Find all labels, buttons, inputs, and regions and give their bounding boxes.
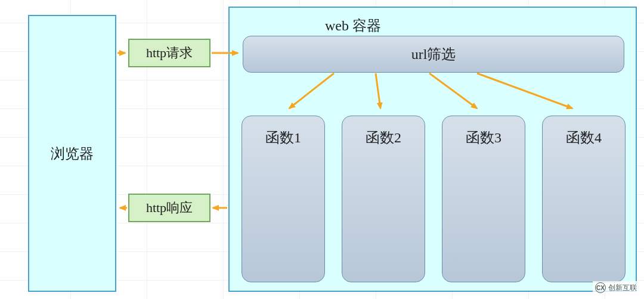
diagram-layer: 浏览器 web 容器 url筛选 函数1 函数2 函数3 函数4 http请求 …: [0, 0, 644, 299]
function-label-2: 函数2: [366, 130, 401, 145]
http-request-label: http请求: [128, 39, 210, 67]
web-container: web 容器 url筛选 函数1 函数2 函数3 函数4: [228, 7, 637, 292]
function-label-4: 函数4: [566, 130, 602, 145]
browser-box: 浏览器: [28, 15, 116, 292]
http-request-text: http请求: [146, 44, 193, 62]
http-response-text: http响应: [146, 199, 193, 217]
function-box-1: 函数1: [242, 116, 325, 282]
watermark-logo-icon: CX: [595, 282, 606, 293]
watermark: CX 创新互联: [593, 281, 639, 294]
watermark-text: 创新互联: [608, 283, 637, 293]
url-filter-box: url筛选: [243, 36, 624, 73]
http-response-label: http响应: [128, 194, 210, 222]
browser-label: 浏览器: [51, 144, 94, 163]
url-filter-label: url筛选: [411, 45, 456, 64]
function-label-1: 函数1: [265, 130, 301, 145]
web-container-title: web 容器: [325, 16, 381, 35]
function-box-4: 函数4: [542, 116, 626, 282]
function-box-2: 函数2: [342, 116, 425, 282]
function-box-3: 函数3: [442, 116, 525, 282]
function-label-3: 函数3: [466, 130, 501, 145]
